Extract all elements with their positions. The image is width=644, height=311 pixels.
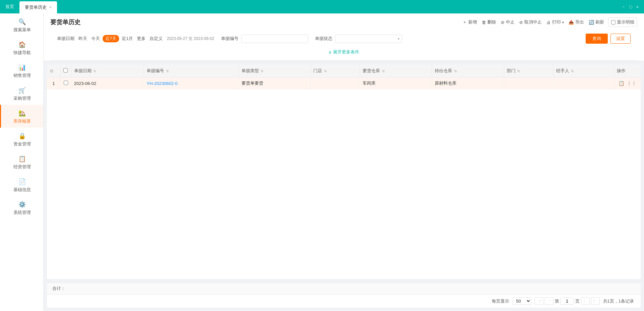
- date-shortcut-today[interactable]: 今天: [90, 35, 101, 42]
- date-shortcuts: 昨天 今天 近7天 近1月 更多 自定义: [77, 35, 164, 42]
- add-button[interactable]: ＋ 新增: [462, 18, 478, 27]
- ops-mgmt-icon: 📋: [18, 155, 26, 163]
- col-req-warehouse-sort-icon[interactable]: ⇅: [382, 69, 385, 73]
- stop-label: 中止: [506, 19, 515, 25]
- minimize-icon[interactable]: －: [621, 4, 626, 10]
- tab-close-icon[interactable]: ×: [49, 5, 52, 10]
- status-select[interactable]: [335, 35, 402, 43]
- sidebar-item-search-menu-label: 搜索菜单: [13, 27, 31, 33]
- footer-total: 合计：: [52, 285, 65, 292]
- select-all-checkbox[interactable]: [63, 68, 68, 73]
- sidebar-item-sys-mgmt[interactable]: ⚙️ 系统管理: [0, 196, 43, 219]
- pagination-bar: 每页显示 20 50 100 200 《 〈 第 页 〉 》 共1页，1条记录: [47, 294, 641, 308]
- first-page-button[interactable]: 《: [535, 297, 543, 305]
- col-number-label: 单据编号: [147, 68, 164, 73]
- status-select-wrapper: ▾: [335, 35, 402, 43]
- tab-requisition-history-label: 要货单历史: [25, 4, 47, 10]
- close-icon[interactable]: ×: [636, 4, 639, 9]
- col-req-warehouse-label: 要货仓库: [363, 68, 380, 73]
- settings-button[interactable]: 设置: [610, 34, 631, 44]
- show-detail-checkbox[interactable]: [611, 20, 615, 25]
- stop-button[interactable]: ⊘ 中止: [500, 18, 515, 27]
- table-settings-icon[interactable]: ⚙: [50, 69, 54, 74]
- sys-mgmt-icon: ⚙️: [18, 201, 26, 208]
- refresh-button[interactable]: 🔄 刷新: [588, 18, 605, 27]
- col-department-sort-icon[interactable]: ⇅: [517, 69, 520, 73]
- date-shortcut-last7days[interactable]: 近7天: [103, 35, 119, 42]
- delete-button[interactable]: 🗑 删除: [481, 18, 497, 27]
- sidebar-item-quick-nav[interactable]: 🏠 快捷导航: [0, 36, 43, 59]
- col-settings: ⚙: [47, 64, 60, 78]
- date-shortcut-custom[interactable]: 自定义: [148, 35, 164, 42]
- col-store-sort-icon[interactable]: ⇅: [324, 69, 327, 73]
- col-dest-warehouse-sort-icon[interactable]: ⇅: [454, 69, 457, 73]
- sidebar-item-finance-mgmt[interactable]: 🔒 资金管理: [0, 128, 43, 150]
- col-action-label: 操作: [617, 68, 626, 73]
- sidebar-item-inventory[interactable]: 🏡 库存核算: [0, 105, 43, 128]
- page-input[interactable]: [560, 298, 574, 305]
- col-type-sort-icon[interactable]: ⇅: [261, 69, 263, 73]
- sidebar-item-search-menu[interactable]: 🔍 搜索菜单: [0, 13, 43, 36]
- row-department: [504, 78, 553, 89]
- row-index: 1: [47, 78, 60, 89]
- table-area: ⚙ 单据日期 ⇅ 单据编号 ⇅: [47, 64, 641, 279]
- row-view-icon[interactable]: 📋: [619, 81, 624, 86]
- sidebar-item-sales-mgmt-label: 销售管理: [13, 73, 31, 79]
- export-icon: 📤: [569, 20, 574, 25]
- tab-home-label: 首页: [5, 4, 14, 10]
- top-bar: 首页 要货单历史 × － □ ×: [0, 0, 644, 13]
- row-index-value: 1: [52, 81, 55, 86]
- page-size-label: 每页显示: [492, 298, 509, 304]
- tab-requisition-history[interactable]: 要货单历史 ×: [19, 1, 57, 13]
- col-store-label: 门店: [313, 68, 322, 73]
- row-more-icon[interactable]: ⋮⋮: [627, 81, 636, 86]
- page-size-select[interactable]: 20 50 100 200: [513, 297, 531, 305]
- order-number-input[interactable]: [241, 35, 308, 43]
- print-icon: 🖨: [546, 20, 551, 25]
- row-number-link[interactable]: YH-20230602-0: [147, 81, 177, 86]
- cancel-stop-button[interactable]: ⊘ 取消中止: [519, 18, 542, 27]
- row-checkbox-cell: [60, 78, 71, 89]
- top-bar-tabs: 首页 要货单历史 ×: [0, 0, 57, 13]
- print-button[interactable]: 🖨 打印 ▾: [546, 18, 565, 27]
- col-dest-warehouse: 待出仓库 ⇅: [432, 64, 504, 78]
- total-info: 共1页，1条记录: [603, 298, 634, 304]
- sidebar-item-purchase-mgmt[interactable]: 🛒 采购管理: [0, 82, 43, 105]
- refresh-label: 刷新: [595, 19, 604, 25]
- sidebar-item-purchase-mgmt-label: 采购管理: [13, 95, 31, 101]
- last-page-button[interactable]: 》: [591, 297, 600, 305]
- col-dest-warehouse-label: 待出仓库: [435, 68, 452, 73]
- inventory-icon: 🏡: [18, 109, 26, 117]
- sidebar-item-finance-mgmt-label: 资金管理: [13, 141, 31, 147]
- date-shortcut-yesterday[interactable]: 昨天: [77, 35, 89, 42]
- status-filter-group: 单据状态 ▾: [315, 35, 402, 43]
- print-label: 打印: [552, 19, 561, 25]
- tab-home[interactable]: 首页: [0, 0, 19, 13]
- export-button[interactable]: 📤 导出: [568, 18, 585, 27]
- show-detail-button[interactable]: 显示明细: [608, 17, 637, 27]
- col-handler-sort-icon[interactable]: ⇅: [571, 69, 574, 73]
- query-button[interactable]: 查询: [586, 34, 608, 44]
- stop-icon: ⊘: [501, 20, 504, 25]
- col-number-sort-icon[interactable]: ⇅: [166, 69, 169, 73]
- refresh-icon: 🔄: [589, 20, 594, 25]
- col-date-sort-icon[interactable]: ⇅: [93, 69, 96, 73]
- maximize-icon[interactable]: □: [630, 4, 632, 9]
- col-type-label: 单据类型: [241, 68, 259, 73]
- page-nav: 《 〈 第 页 〉 》: [535, 297, 600, 305]
- sidebar-item-quick-nav-label: 快捷导航: [13, 50, 31, 56]
- cancel-stop-label: 取消中止: [524, 19, 542, 25]
- sidebar-item-ops-mgmt[interactable]: 📋 经营管理: [0, 150, 43, 173]
- top-bar-right: － □ ×: [621, 4, 644, 10]
- date-shortcut-more[interactable]: 更多: [136, 35, 147, 42]
- date-shortcut-last1month[interactable]: 近1月: [120, 35, 134, 42]
- prev-page-button[interactable]: 〈: [545, 297, 553, 305]
- expand-more-button[interactable]: ∨ 展开更多条件: [327, 48, 361, 56]
- status-label: 单据状态: [315, 36, 332, 42]
- sidebar-item-sales-mgmt[interactable]: 📊 销售管理: [0, 59, 43, 82]
- sidebar-item-basic-info[interactable]: 📄 基础信息: [0, 173, 43, 196]
- next-page-button[interactable]: 〉: [581, 297, 590, 305]
- expand-more-label: 展开更多条件: [333, 49, 359, 55]
- finance-mgmt-icon: 🔒: [18, 132, 26, 140]
- row-checkbox[interactable]: [64, 81, 68, 85]
